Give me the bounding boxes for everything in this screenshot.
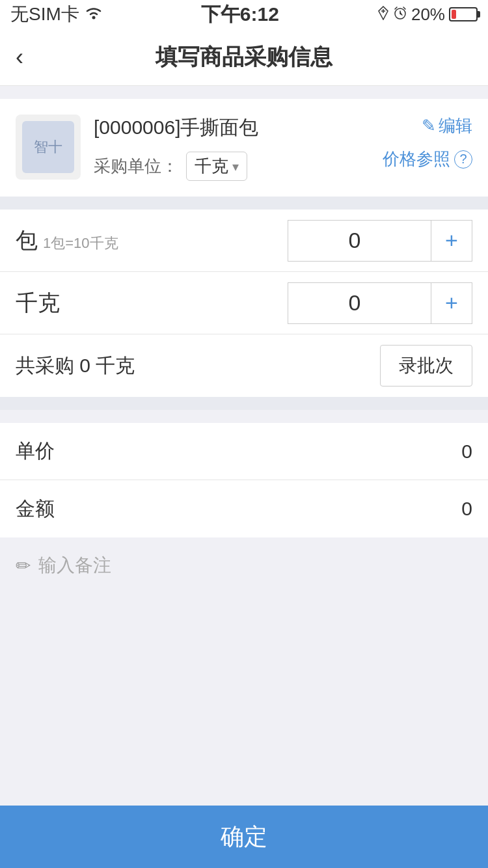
kg-label-main: 千克 [16, 288, 60, 318]
product-info: [0000006]手撕面包 采购单位： 千克 ▾ [94, 115, 370, 181]
unit-price-label: 单价 [16, 438, 55, 465]
bag-input-row: 包 1包=10千克 + [0, 210, 488, 272]
kg-plus-button[interactable]: + [431, 282, 472, 324]
kg-field-wrap: + [133, 282, 472, 324]
status-right: 20% [377, 5, 478, 25]
back-button[interactable]: ‹ [16, 44, 23, 71]
logo-text: 智十 [34, 137, 62, 157]
edit-label: 编辑 [439, 115, 472, 137]
location-icon [377, 5, 389, 25]
product-actions: ✎ 编辑 价格参照 ? [383, 115, 472, 170]
product-logo: 智十 [22, 121, 74, 173]
bag-plus-button[interactable]: + [431, 220, 472, 262]
product-card: 智十 [0000006]手撕面包 采购单位： 千克 ▾ ✎ 编辑 价格参照 ? [0, 99, 488, 197]
alarm-icon [393, 5, 407, 25]
unit-label: 采购单位： [94, 155, 178, 178]
total-row: 共采购 0 千克 录批次 [0, 334, 488, 397]
amount-label: 金额 [16, 496, 55, 522]
status-time: 下午6:12 [201, 1, 279, 28]
bag-quantity-input[interactable] [288, 220, 431, 262]
price-ref-label: 价格参照 [383, 148, 450, 170]
status-left: 无SIM卡 [10, 2, 103, 27]
unit-value: 千克 [195, 155, 228, 178]
amount-row: 金额 0 [0, 480, 488, 537]
unit-price-row: 单价 0 [0, 423, 488, 480]
edit-icon: ✎ [422, 116, 436, 136]
batch-button[interactable]: 录批次 [380, 345, 472, 387]
product-name: [0000006]手撕面包 [94, 115, 370, 141]
section-divider-2 [0, 397, 488, 410]
product-unit-row: 采购单位： 千克 ▾ [94, 152, 370, 181]
kg-input-row: 千克 + [0, 272, 488, 334]
pencil-icon: ✏ [16, 555, 31, 576]
kg-label: 千克 [16, 288, 133, 318]
kg-quantity-input[interactable] [288, 282, 431, 324]
price-reference-button[interactable]: 价格参照 ? [383, 148, 472, 170]
nav-bar: ‹ 填写商品采购信息 [0, 29, 488, 86]
bag-field-wrap: + [133, 220, 472, 262]
amount-value: 0 [461, 498, 472, 520]
info-section: 单价 0 金额 0 [0, 423, 488, 537]
input-section: 包 1包=10千克 + 千克 + [0, 210, 488, 334]
carrier-text: 无SIM卡 [10, 2, 79, 27]
content-spacer [0, 593, 488, 776]
bag-label: 包 1包=10千克 [16, 226, 133, 256]
unit-select[interactable]: 千克 ▾ [186, 152, 247, 181]
page-title: 填写商品采购信息 [156, 42, 332, 72]
help-icon: ? [454, 150, 472, 169]
product-thumbnail: 智十 [16, 115, 81, 180]
confirm-button[interactable]: 确定 [0, 806, 488, 868]
edit-button[interactable]: ✎ 编辑 [422, 115, 472, 137]
section-divider-1 [0, 197, 488, 210]
chevron-down-icon: ▾ [232, 159, 239, 174]
total-label: 共采购 0 千克 [16, 353, 135, 379]
unit-price-value: 0 [461, 441, 472, 463]
remark-placeholder: 输入备注 [38, 553, 111, 578]
status-bar: 无SIM卡 下午6:12 20% [0, 0, 488, 29]
remark-section[interactable]: ✏ 输入备注 [0, 537, 488, 593]
svg-point-0 [92, 16, 95, 20]
wifi-icon [85, 4, 103, 25]
bag-label-sub: 1包=10千克 [43, 234, 118, 253]
bag-label-main: 包 [16, 226, 38, 256]
battery-text: 20% [411, 5, 445, 25]
battery-icon [449, 7, 478, 21]
